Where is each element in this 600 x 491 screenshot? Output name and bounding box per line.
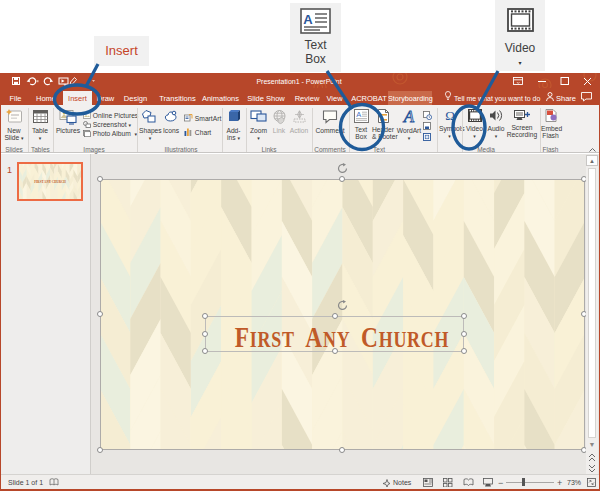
svg-text:A: A [403, 108, 415, 125]
svg-text:Ω: Ω [445, 108, 455, 123]
svg-text:A: A [356, 110, 361, 119]
svg-text:Presentation1 - PowerPoint: Presentation1 - PowerPoint [256, 78, 341, 85]
svg-text:FIRST ANY CHURCH: FIRST ANY CHURCH [34, 180, 66, 184]
svg-text:A: A [303, 12, 313, 27]
